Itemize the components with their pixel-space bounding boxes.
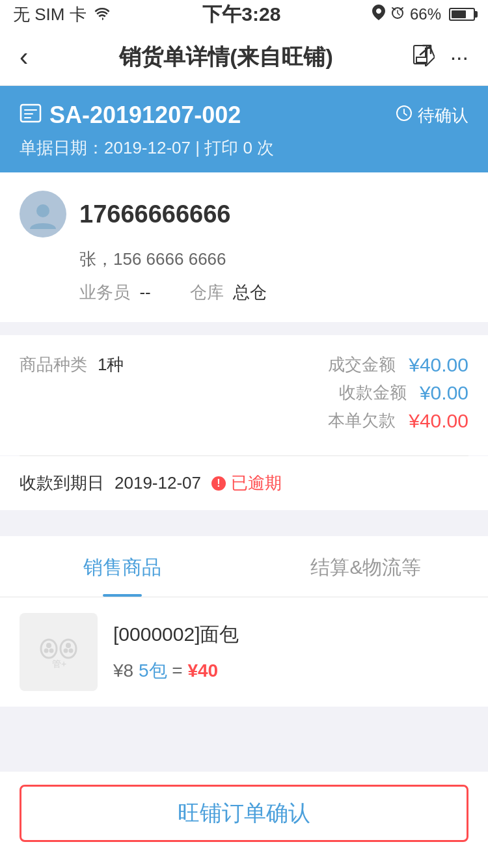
status-left: 无 SIM 卡 xyxy=(13,3,111,26)
svg-text:管+: 管+ xyxy=(52,658,66,669)
debt-value: ¥40.00 xyxy=(409,410,468,432)
order-meta: 单据日期：2019-12-07 | 打印 0 次 xyxy=(20,137,468,159)
debt-label: 本单欠款 xyxy=(328,409,396,432)
product-name: [0000002]面包 xyxy=(113,621,468,648)
customer-row: 17666666666 xyxy=(20,191,468,237)
page-title: 销货单详情(来自旺铺) xyxy=(41,42,411,72)
tab-sales[interactable]: 销售商品 xyxy=(0,536,244,597)
carrier-text: 无 SIM 卡 xyxy=(13,3,87,26)
share-button[interactable] xyxy=(411,43,435,72)
amount-row: 成交金额 ¥40.00 xyxy=(328,353,468,376)
time-display: 下午3:28 xyxy=(202,1,280,28)
avatar xyxy=(20,191,66,237)
tab-settlement[interactable]: 结算&物流等 xyxy=(244,536,488,597)
svg-point-4 xyxy=(36,204,49,217)
nav-actions: ··· xyxy=(411,43,468,72)
summary-row: 商品种类 1种 成交金额 ¥40.00 收款金额 ¥0.00 本单欠款 ¥40.… xyxy=(20,353,468,437)
product-info: [0000002]面包 ¥8 5包 = ¥40 xyxy=(113,621,468,683)
product-type-group: 商品种类 1种 xyxy=(20,353,124,376)
amounts-group: 成交金额 ¥40.00 收款金额 ¥0.00 本单欠款 ¥40.00 xyxy=(328,353,468,437)
warehouse-label: 仓库 xyxy=(190,282,224,302)
product-price: ¥8 xyxy=(113,660,133,681)
confirm-btn-label: 旺铺订单确认 xyxy=(178,798,310,828)
tabs-section: 销售商品 结算&物流等 管+ xyxy=(0,536,488,707)
divider-2 xyxy=(0,510,488,523)
received-row: 收款金额 ¥0.00 xyxy=(328,381,468,404)
amount-label: 成交金额 xyxy=(328,353,396,376)
received-value: ¥0.00 xyxy=(420,382,468,404)
due-date-label: 收款到期日 xyxy=(20,472,104,495)
location-icon xyxy=(372,5,385,24)
bottom-button-area: 旺铺订单确认 xyxy=(0,772,488,868)
customer-detail-row: 业务员 -- 仓库 总仓 xyxy=(79,281,468,304)
svg-point-8 xyxy=(49,648,54,653)
product-price-row: ¥8 5包 = ¥40 xyxy=(113,658,468,683)
divider-1 xyxy=(0,322,488,335)
customer-phone: 17666666666 xyxy=(79,200,230,228)
customer-section: 17666666666 张，156 6666 6666 业务员 -- 仓库 总仓 xyxy=(0,172,488,322)
tab-settlement-label: 结算&物流等 xyxy=(310,556,421,578)
status-clock-icon xyxy=(396,105,413,126)
order-id: SA-20191207-002 xyxy=(20,102,241,129)
wifi-icon xyxy=(93,5,111,25)
tabs-header: 销售商品 结算&物流等 xyxy=(0,536,488,597)
product-logo: 管+ xyxy=(33,632,85,671)
status-bar: 无 SIM 卡 下午3:28 66% xyxy=(0,0,488,29)
svg-point-5 xyxy=(41,640,57,658)
product-thumbnail: 管+ xyxy=(20,613,98,691)
product-quantity: 5包 xyxy=(139,660,167,681)
summary-section: 商品种类 1种 成交金额 ¥40.00 收款金额 ¥0.00 本单欠款 ¥40.… xyxy=(0,335,488,455)
tab-underline xyxy=(103,594,142,597)
due-date-section: 收款到期日 2019-12-07 ! 已逾期 xyxy=(0,456,488,510)
product-type-label: 商品种类 xyxy=(20,353,87,376)
status-text: 待确认 xyxy=(418,104,468,127)
product-equals: = xyxy=(172,660,187,681)
order-header: SA-20191207-002 待确认 单据日期：2019-12-07 | 打印… xyxy=(0,86,488,172)
salesperson-label: 业务员 xyxy=(79,282,130,302)
confirm-order-button[interactable]: 旺铺订单确认 xyxy=(20,785,468,842)
overdue-icon: ! xyxy=(211,476,226,491)
amount-value: ¥40.00 xyxy=(409,354,468,376)
salesperson-value: -- xyxy=(139,282,150,302)
svg-point-12 xyxy=(69,648,74,653)
overdue-badge: ! 已逾期 xyxy=(211,472,282,495)
order-header-top: SA-20191207-002 待确认 xyxy=(20,102,468,129)
battery-icon xyxy=(449,8,475,21)
alarm-icon xyxy=(390,5,405,23)
order-icon xyxy=(20,102,42,129)
status-right: 66% xyxy=(372,5,475,24)
svg-point-10 xyxy=(66,643,71,648)
customer-name: 张，156 6666 6666 xyxy=(79,248,468,271)
tab-sales-label: 销售商品 xyxy=(83,556,161,578)
battery-percentage: 66% xyxy=(410,5,441,23)
nav-bar: ‹ 销货单详情(来自旺铺) ··· xyxy=(0,29,488,86)
due-date-value: 2019-12-07 xyxy=(115,473,201,493)
svg-point-11 xyxy=(64,648,68,653)
product-type-count: 1种 xyxy=(98,353,124,376)
product-total: ¥40 xyxy=(187,660,218,681)
warehouse-value: 总仓 xyxy=(233,282,267,302)
svg-point-6 xyxy=(46,643,51,648)
svg-point-7 xyxy=(44,648,49,653)
product-item: 管+ [0000002]面包 ¥8 5包 = ¥40 xyxy=(0,597,488,707)
order-status: 待确认 xyxy=(396,104,468,127)
svg-point-9 xyxy=(61,640,76,658)
received-label: 收款金额 xyxy=(339,381,407,404)
overdue-text: 已逾期 xyxy=(231,472,282,495)
back-button[interactable]: ‹ xyxy=(20,42,28,72)
more-button[interactable]: ··· xyxy=(450,44,468,70)
debt-row: 本单欠款 ¥40.00 xyxy=(328,409,468,432)
